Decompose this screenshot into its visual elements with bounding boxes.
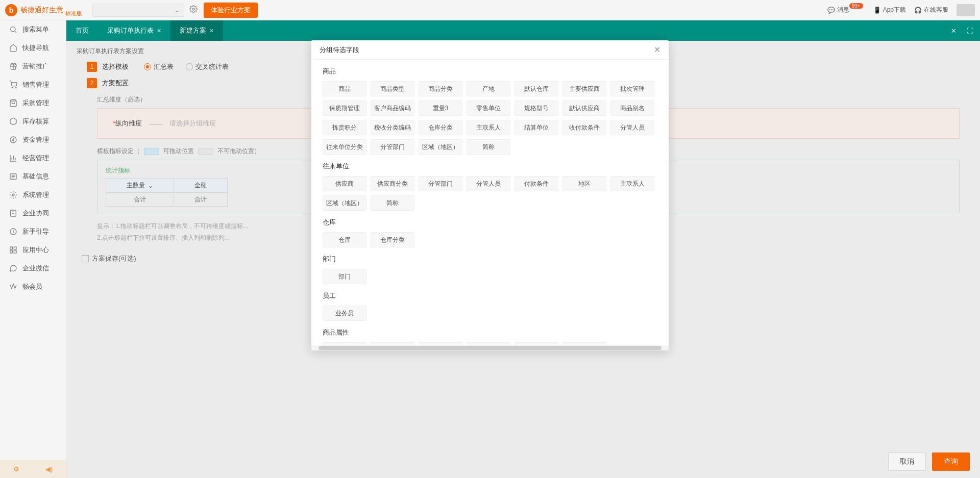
field-chip[interactable]: 往来单位分类 <box>323 139 366 155</box>
field-chip[interactable]: 区域（地区） <box>419 139 462 155</box>
field-chip[interactable]: 简称 <box>371 195 414 211</box>
field-chip[interactable]: 区域（地区） <box>323 195 366 211</box>
field-chip[interactable]: 批次管理 <box>610 81 654 96</box>
field-chip[interactable]: 主联系人 <box>610 176 654 191</box>
field-chip[interactable]: 收付款条件 <box>562 120 606 135</box>
modal-title: 分组待选字段 <box>320 45 359 55</box>
field-picker-modal: 分组待选字段 ✕ 商品商品商品类型商品分类产地默认仓库主要供应商批次管理保质期管… <box>311 40 669 350</box>
group-title-1: 往来单位 <box>323 162 657 171</box>
field-chip[interactable]: 分管人员 <box>610 120 654 135</box>
field-chip[interactable]: 客户商品编码 <box>371 100 414 116</box>
field-chip[interactable]: 结算单位 <box>514 120 558 135</box>
field-chip[interactable]: 供应商分类 <box>371 176 414 191</box>
field-chip[interactable]: 主联系人 <box>467 120 510 135</box>
field-chip[interactable]: 规格型号 <box>514 100 558 116</box>
modal-horizontal-scrollbar[interactable] <box>311 345 669 350</box>
field-chip[interactable]: 付款条件 <box>514 176 558 191</box>
field-chip[interactable]: 拣货积分 <box>323 120 366 135</box>
field-chip[interactable]: 商品类型 <box>371 81 414 96</box>
group-title-0: 商品 <box>323 67 657 76</box>
group-title-4: 员工 <box>323 291 657 300</box>
field-chip[interactable]: 商品别名 <box>610 100 654 116</box>
field-chip[interactable]: 商品分类 <box>419 81 462 96</box>
close-icon[interactable]: ✕ <box>654 45 660 55</box>
group-title-2: 仓库 <box>323 218 657 227</box>
field-chip[interactable]: 供应商 <box>323 176 366 191</box>
field-chip[interactable]: 仓库 <box>323 232 366 247</box>
field-chip[interactable]: 重量3 <box>419 100 462 116</box>
field-chip[interactable]: 业务员 <box>323 306 366 321</box>
field-chip[interactable]: 分管人员 <box>467 176 510 191</box>
field-chip[interactable]: 部门 <box>323 269 366 284</box>
modal-body[interactable]: 商品商品商品类型商品分类产地默认仓库主要供应商批次管理保质期管理客户商品编码重量… <box>311 60 669 345</box>
field-chip[interactable]: 税收分类编码 <box>371 120 414 135</box>
field-chip[interactable]: 地区 <box>562 176 606 191</box>
field-chip[interactable]: 商品 <box>323 81 366 96</box>
field-chip[interactable]: 零售单位 <box>467 100 510 116</box>
field-chip[interactable]: 分管部门 <box>371 139 414 155</box>
group-title-3: 部门 <box>323 255 657 264</box>
group-title-5: 商品属性 <box>323 328 657 337</box>
field-chip[interactable]: 主要供应商 <box>562 81 606 96</box>
field-chip[interactable]: 默认仓库 <box>514 81 558 96</box>
field-chip[interactable]: 分管部门 <box>419 176 462 191</box>
field-chip[interactable]: 仓库分类 <box>371 232 414 247</box>
field-chip[interactable]: 仓库分类 <box>419 120 462 135</box>
field-chip[interactable]: 产地 <box>467 81 510 96</box>
field-chip[interactable]: 简称 <box>467 139 510 155</box>
field-chip[interactable]: 保质期管理 <box>323 100 366 116</box>
field-chip[interactable]: 默认供应商 <box>562 100 606 116</box>
